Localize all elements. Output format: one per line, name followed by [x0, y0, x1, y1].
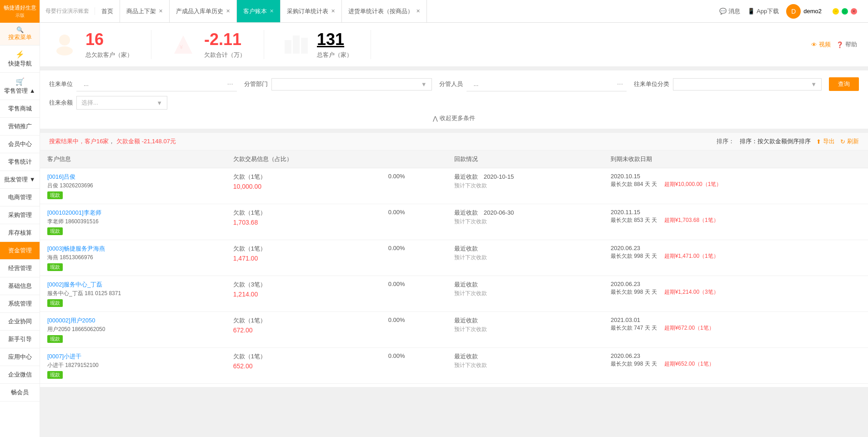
- tab-home[interactable]: 首页: [95, 0, 120, 22]
- tab-label: 客户账本: [243, 7, 267, 15]
- debt-info-cell: 欠款（1笔） 652.00: [226, 348, 381, 384]
- debt-ratio: 0.00%: [388, 245, 405, 251]
- tab-close-icon[interactable]: ✕: [270, 8, 274, 14]
- overdue-amount-link[interactable]: 超期¥652.00（1笔）: [664, 361, 714, 367]
- sidebar-item-finance[interactable]: 资金管理: [0, 242, 40, 260]
- unit-category-dropdown[interactable]: ▼: [673, 78, 822, 90]
- search-menu-item[interactable]: 🔍 搜索菜单: [0, 23, 40, 45]
- customer-tag: 现款: [47, 191, 63, 199]
- overdue-amount-link[interactable]: 超期¥1,471.00（1笔）: [664, 253, 719, 259]
- export-btn[interactable]: ⬆ 导出: [816, 137, 835, 146]
- debt-amount-info: -2.11 欠款合计（万）: [204, 30, 246, 59]
- due-date: 2020.11.15: [611, 209, 861, 216]
- balance-dropdown[interactable]: 选择... ▼: [76, 96, 167, 110]
- user-menu[interactable]: D demo2: [786, 4, 822, 19]
- filter-area: 往来单位 ··· 分管部门 ▼ 分管人员 ···: [40, 70, 868, 129]
- overdue-amount-link[interactable]: 超期¥1,703.68（1笔）: [664, 217, 719, 223]
- debt-amount[interactable]: 10,000.00: [233, 183, 374, 190]
- table-row: [0002]服务中心_丁磊 服务中心_丁磊 181 0125 8371 现款 欠…: [40, 276, 868, 312]
- sidebar-item-enterprise[interactable]: 企业协同: [0, 313, 40, 331]
- sidebar-item-operations[interactable]: 经营管理: [0, 260, 40, 277]
- sidebar-item-quick-nav[interactable]: ⚡ 快捷导航: [0, 45, 40, 73]
- due-date-cell: 2021.02.26 最长欠款 750 天 天 超期¥455.90（1笔）: [603, 384, 868, 387]
- manager-input[interactable]: [470, 79, 617, 89]
- results-info: 搜索结果中，客户16家， 欠款金额 -21,148.07元: [49, 137, 176, 146]
- window-minimize-btn[interactable]: －: [833, 8, 839, 15]
- sidebar-item-retail-mall[interactable]: 零售商城: [0, 100, 40, 118]
- window-maximize-btn[interactable]: □: [842, 8, 848, 15]
- sidebar-item-system[interactable]: 系统管理: [0, 295, 40, 313]
- debt-label: 欠款（1笔）: [233, 316, 374, 325]
- customer-name-link[interactable]: [0007]小进干: [47, 353, 81, 360]
- sidebar-item-app-center[interactable]: 应用中心: [0, 348, 40, 366]
- next-payment: 预计下次收款: [454, 362, 596, 369]
- debt-amount[interactable]: 1,703.68: [233, 219, 374, 226]
- sidebar-item-retail-stats[interactable]: 零售统计: [0, 153, 40, 171]
- retail-mgmt-icon: 🛒: [3, 77, 37, 86]
- sidebar-item-purchase-mgmt[interactable]: 采购管理: [0, 206, 40, 224]
- sidebar-item-label: 零售管理 ▲: [4, 87, 35, 94]
- sidebar-item-retail-mgmt[interactable]: 🛒 零售管理 ▲: [0, 73, 40, 100]
- tab-purchase-stats[interactable]: 进货单统计表（按商品） ✕: [342, 0, 427, 22]
- dept-dropdown[interactable]: ▼: [271, 78, 432, 90]
- sidebar-item-corp-wechat[interactable]: 企业微信: [0, 366, 40, 384]
- customer-name-link[interactable]: [0003]畅捷服务尹海燕: [47, 245, 105, 252]
- tab-production-history[interactable]: 产成品入库单历史 ✕: [170, 0, 237, 22]
- customer-name-link[interactable]: [0002]服务中心_丁磊: [47, 281, 102, 288]
- sidebar-item-marketing[interactable]: 营销推广: [0, 118, 40, 136]
- debt-amount[interactable]: 1,471.00: [233, 255, 374, 262]
- source-unit-dots[interactable]: ···: [227, 80, 233, 88]
- filter-row-1: 往来单位 ··· 分管部门 ▼ 分管人员 ···: [49, 77, 859, 91]
- sidebar-item-members[interactable]: 会员中心: [0, 136, 40, 153]
- overdue-amount-link[interactable]: 超期¥1,214.00（3笔）: [664, 289, 719, 295]
- query-btn[interactable]: 查询: [829, 77, 859, 91]
- help-btn[interactable]: ❓ 帮助: [836, 40, 857, 49]
- debt-label: 欠款（3笔）: [233, 281, 374, 289]
- recent-payment: 最近收款: [454, 281, 596, 289]
- payment-cell: 最近收款 预计下次收款: [447, 276, 603, 312]
- collapse-btn[interactable]: ⋀ 收起更多条件: [49, 114, 859, 122]
- sidebar-item-inventory[interactable]: 库存核算: [0, 224, 40, 242]
- manager-dots[interactable]: ···: [617, 80, 623, 88]
- overdue-amount-link[interactable]: 超期¥672.00（1笔）: [664, 325, 714, 331]
- app-download-btn[interactable]: 📱 App下载: [748, 7, 779, 15]
- customer-name-link[interactable]: [0016]吕俊: [47, 173, 75, 180]
- sidebar-item-guide[interactable]: 新手引导: [0, 331, 40, 348]
- tab-close-icon[interactable]: ✕: [226, 8, 230, 14]
- total-customers-label: 总客户（家）: [317, 51, 352, 59]
- tab-label: 产成品入库单历史: [176, 7, 223, 15]
- help-icon: ❓: [836, 41, 843, 48]
- customer-contact: 吕俊 13026203696: [47, 182, 219, 190]
- tab-label: 进货单统计表（按商品）: [348, 7, 413, 15]
- debt-amount[interactable]: 1,214.00: [233, 291, 374, 298]
- debt-amount[interactable]: 652.00: [233, 362, 374, 370]
- customer-info-cell: [000002]用户2050 用户2050 18665062050 现款: [40, 312, 226, 348]
- overdue-amount-link[interactable]: 超期¥10,000.00（1笔）: [664, 181, 722, 187]
- tab-customer-account[interactable]: 客户账本 ✕: [237, 0, 281, 22]
- sort-value[interactable]: 排序：按欠款金额倒序排序: [740, 137, 811, 146]
- message-label: 消息: [728, 7, 740, 15]
- debt-info-cell: 欠款（1笔） 10,000.00: [226, 168, 381, 204]
- tab-close-icon[interactable]: ✕: [159, 8, 163, 14]
- customer-name-link[interactable]: [0001020001]李老师: [47, 209, 101, 216]
- view-btn[interactable]: 👁 视频: [811, 40, 831, 49]
- sidebar-item-basic-info[interactable]: 基础信息: [0, 277, 40, 295]
- tab-products-offline[interactable]: 商品上下架 ✕: [120, 0, 170, 22]
- window-close-btn[interactable]: ✕: [851, 8, 857, 15]
- total-customers-count: 131: [317, 30, 352, 49]
- tab-close-icon[interactable]: ✕: [416, 8, 420, 14]
- tab-close-icon[interactable]: ✕: [331, 8, 335, 14]
- tab-purchase-order[interactable]: 采购订单统计表 ✕: [281, 0, 342, 22]
- sidebar-item-vip[interactable]: 畅会员: [0, 384, 40, 402]
- col-debt-ratio: [381, 151, 447, 168]
- debt-ratio-cell: 0.00%: [381, 168, 447, 204]
- source-unit-input[interactable]: [80, 79, 227, 89]
- sidebar-item-label: 基础信息: [8, 282, 32, 289]
- debt-amount[interactable]: 672.00: [233, 326, 374, 334]
- sidebar-item-ecom-mgmt[interactable]: 电商管理: [0, 189, 40, 206]
- message-btn[interactable]: 💬 消息: [719, 7, 740, 15]
- sidebar-item-batch-mgmt[interactable]: 批发管理 ▼: [0, 171, 40, 189]
- total-customers-info: 131 总客户（家）: [317, 30, 352, 59]
- customer-name-link[interactable]: [000002]用户2050: [47, 317, 95, 324]
- refresh-btn[interactable]: ↻ 刷新: [840, 137, 859, 146]
